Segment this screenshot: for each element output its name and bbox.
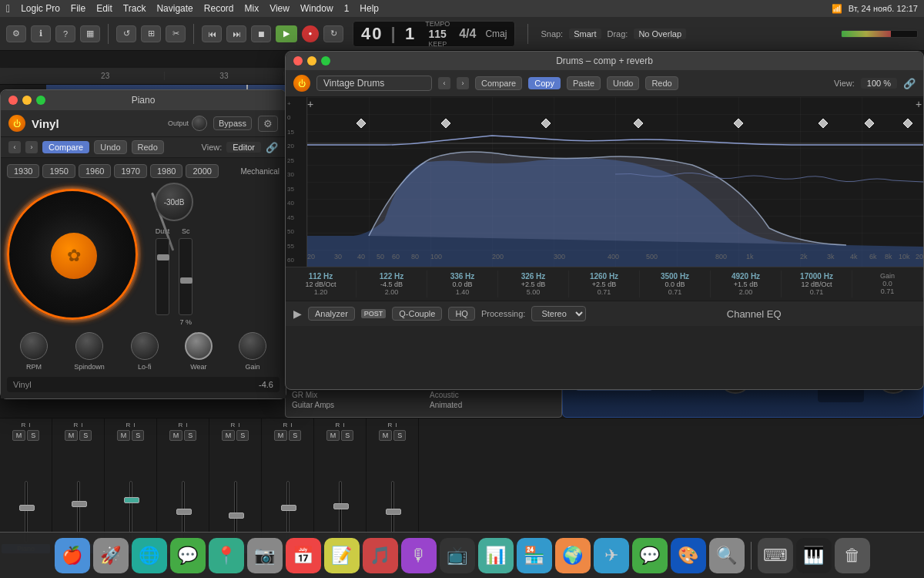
play-btn[interactable]: ▶ [276, 25, 297, 42]
eq-close-btn[interactable] [293, 56, 303, 66]
minimize-btn[interactable] [22, 96, 32, 105]
guitar2-fader-handle[interactable] [281, 505, 296, 511]
dock-whatsapp-icon[interactable]: 💬 [632, 538, 668, 573]
dock-trash-icon[interactable]: 🗑 [835, 538, 870, 573]
processing-select[interactable]: Stereo [531, 306, 586, 321]
settings-btn[interactable]: ⚙ [6, 25, 26, 42]
vinyl-redo-btn[interactable]: Redo [132, 140, 164, 154]
hq-btn[interactable]: HQ [448, 307, 475, 321]
eq-max-btn[interactable] [321, 56, 330, 66]
eq-min-btn[interactable] [307, 56, 316, 66]
dock-music-icon[interactable]: 🎵 [363, 538, 398, 573]
menu-mix[interactable]: Mix [244, 3, 259, 14]
dock-finder-icon[interactable]: 🍎 [55, 538, 90, 573]
snap-value[interactable]: Smart [569, 29, 601, 39]
dust-slider[interactable] [156, 238, 169, 315]
guitar1-m-btn[interactable]: M [169, 430, 183, 441]
ch8-fader-handle[interactable] [386, 509, 401, 515]
link-icon[interactable]: 🔗 [266, 142, 278, 153]
scissors-btn[interactable]: ✂ [166, 25, 186, 42]
dock-maps-icon[interactable]: 📍 [209, 538, 244, 573]
dock-lightroom-icon[interactable]: 🎨 [671, 538, 706, 573]
ch8-m-btn[interactable]: M [379, 430, 393, 441]
rpm-knob[interactable] [20, 332, 48, 360]
menu-track[interactable]: Track [123, 3, 146, 14]
eq-paste-btn[interactable]: Paste [567, 76, 601, 90]
eq-graph[interactable]: + 0 15 20 25 30 35 40 45 50 55 60 [286, 97, 923, 267]
ch8-s-btn[interactable]: S [393, 430, 406, 441]
record-btn[interactable]: ● [302, 25, 319, 42]
eq-plus-right[interactable]: + [916, 98, 922, 110]
vinyl-power-btn[interactable]: ⏻ [8, 115, 25, 132]
eq-nav-prev[interactable]: ‹ [438, 77, 450, 89]
era-btn-1930[interactable]: 1930 [7, 164, 39, 178]
eq-plus-left[interactable]: + [307, 98, 313, 110]
dock-appletv-icon[interactable]: 📺 [440, 538, 475, 573]
analyzer-btn[interactable]: Analyzer [308, 307, 355, 321]
lofi-knob[interactable] [131, 332, 159, 360]
eq-view-value[interactable]: 100 % [861, 78, 897, 89]
rhythm-m-btn[interactable]: M [326, 430, 340, 441]
brum-s-btn[interactable]: S [79, 430, 92, 441]
dock-chrome-icon[interactable]: 🌍 [555, 538, 591, 573]
bass-s-btn[interactable]: S [132, 430, 144, 441]
dock-notes-icon[interactable]: 📝 [324, 538, 360, 573]
bass-fader-handle[interactable] [124, 497, 139, 503]
eq-undo-btn[interactable]: Undo [607, 76, 639, 90]
brum-fader-handle[interactable] [72, 501, 87, 507]
dock-safari-icon[interactable]: 🌐 [132, 538, 167, 573]
db-knob[interactable]: -30dB [155, 183, 193, 221]
piano-fader-handle[interactable] [19, 505, 35, 511]
eq-preset-select[interactable]: Vintage Drums [316, 76, 432, 91]
dock-telegram-icon[interactable]: ✈ [594, 538, 629, 573]
pad-fader-handle[interactable] [229, 512, 244, 519]
menu-logic-pro[interactable]: Logic Pro [21, 3, 60, 14]
eq-compare-btn[interactable]: Compare [475, 76, 522, 90]
maximize-btn[interactable] [36, 96, 45, 105]
era-btn-1970[interactable]: 1970 [114, 164, 146, 178]
dock-launchpad-icon[interactable]: 🚀 [93, 538, 129, 573]
era-btn-1960[interactable]: 1960 [79, 164, 111, 178]
dock-keyboard-icon[interactable]: ⌨ [758, 538, 793, 573]
dock-podcast-icon[interactable]: 🎙 [401, 538, 437, 573]
eq-link-icon[interactable]: 🔗 [903, 78, 916, 89]
dock-appstore-icon[interactable]: 🏪 [517, 538, 552, 573]
guitar2-m-btn[interactable]: M [274, 430, 288, 441]
dock-logic-icon[interactable]: 🎹 [796, 538, 832, 573]
scratches-slider[interactable] [179, 238, 192, 315]
piano-s-btn[interactable]: S [27, 430, 39, 441]
spindown-knob[interactable] [75, 332, 103, 360]
help-btn[interactable]: ? [55, 25, 75, 42]
mixer-btn[interactable]: ⊞ [141, 25, 161, 42]
q-couple-btn[interactable]: Q-Couple [392, 307, 442, 321]
brum-m-btn[interactable]: M [65, 430, 79, 441]
dock-photos-icon[interactable]: 📷 [247, 538, 283, 573]
eq-redo-btn[interactable]: Redo [645, 76, 678, 90]
piano-m-btn[interactable]: M [12, 430, 26, 441]
info-btn[interactable]: ℹ [31, 25, 51, 42]
eq-play-icon[interactable]: ▶ [293, 307, 302, 320]
dock-numbers-icon[interactable]: 📊 [478, 538, 514, 573]
bass-m-btn[interactable]: M [117, 430, 131, 441]
output-knob[interactable] [192, 116, 207, 131]
forward-btn[interactable]: ⏭ [226, 25, 246, 42]
pad-m-btn[interactable]: M [222, 430, 236, 441]
editor-btn[interactable]: Editor [226, 142, 261, 153]
vinyl-undo-btn[interactable]: Undo [94, 140, 126, 154]
wear-knob[interactable] [185, 332, 213, 360]
eq-power-btn[interactable]: ⏻ [293, 75, 310, 92]
dock-finder2-icon[interactable]: 🔍 [709, 538, 745, 573]
guitar2-s-btn[interactable]: S [289, 430, 301, 441]
menu-file[interactable]: File [71, 3, 85, 14]
loop-btn[interactable]: ↻ [323, 25, 343, 42]
rewind-btn[interactable]: ⏮ [202, 25, 222, 42]
menu-window[interactable]: Window [300, 3, 333, 14]
dock-messages-icon[interactable]: 💬 [170, 538, 206, 573]
gain-knob[interactable] [239, 332, 266, 360]
cycle-btn[interactable]: ↺ [116, 25, 136, 42]
view-btn[interactable]: ▦ [80, 25, 100, 42]
apple-menu[interactable]:  [6, 2, 10, 15]
stop-btn[interactable]: ⏹ [251, 25, 271, 42]
menu-edit[interactable]: Edit [96, 3, 112, 14]
era-btn-2000[interactable]: 2000 [186, 164, 218, 178]
